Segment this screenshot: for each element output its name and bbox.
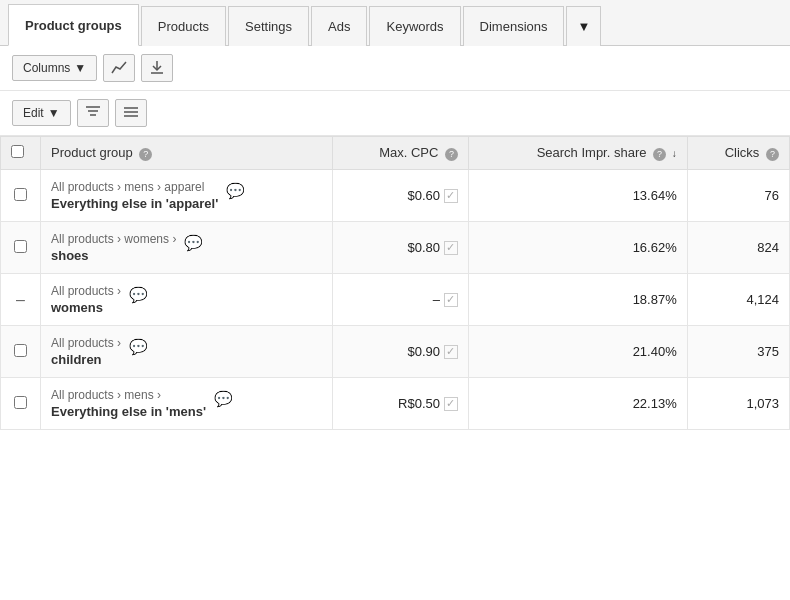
download-icon <box>150 60 164 77</box>
row-checkbox[interactable] <box>14 240 27 253</box>
row-select-cell <box>1 326 41 378</box>
comment-icon[interactable]: 💬 <box>214 390 233 408</box>
chevron-down-icon: ▼ <box>577 19 590 34</box>
row-select-cell <box>1 170 41 222</box>
cpc-edit-icon[interactable]: ✓ <box>444 397 458 411</box>
tab-settings[interactable]: Settings <box>228 6 309 46</box>
tab-keywords[interactable]: Keywords <box>369 6 460 46</box>
max-cpc-help-icon[interactable]: ? <box>445 148 458 161</box>
product-name: womens <box>51 300 121 315</box>
product-group-header: Product group ? <box>41 137 333 170</box>
clicks-help-icon[interactable]: ? <box>766 148 779 161</box>
product-name: Everything else in 'mens' <box>51 404 206 419</box>
cpc-value: – <box>433 292 440 307</box>
search-impr-help-icon[interactable]: ? <box>653 148 666 161</box>
columns-button[interactable]: Columns ▼ <box>12 55 97 81</box>
row-checkbox[interactable] <box>14 188 27 201</box>
search-impr-share-cell: 22.13% <box>468 378 687 430</box>
clicks-header: Clicks ? <box>687 137 789 170</box>
row-select-cell <box>1 378 41 430</box>
comment-icon[interactable]: 💬 <box>129 286 148 304</box>
cpc-edit-icon[interactable]: ✓ <box>444 241 458 255</box>
cpc-value: R$0.50 <box>398 396 440 411</box>
chart-button[interactable] <box>103 54 135 82</box>
clicks-cell: 4,124 <box>687 274 789 326</box>
list-icon <box>123 105 139 122</box>
filter-icon-btn[interactable] <box>77 99 109 127</box>
table-row: All products ›children💬$0.90✓21.40%375 <box>1 326 790 378</box>
max-cpc-cell: $0.80✓ <box>333 222 469 274</box>
comment-icon[interactable]: 💬 <box>226 182 245 200</box>
chevron-down-icon: ▼ <box>74 61 86 75</box>
clicks-cell: 824 <box>687 222 789 274</box>
chevron-down-icon: ▼ <box>48 106 60 120</box>
product-group-cell: All products › mens ›Everything else in … <box>41 378 333 430</box>
tab-products[interactable]: Products <box>141 6 226 46</box>
search-impr-share-cell: 18.87% <box>468 274 687 326</box>
toolbar-row-1: Columns ▼ <box>0 46 790 91</box>
product-path: All products › <box>51 336 121 350</box>
sort-arrow-icon: ↓ <box>672 148 677 159</box>
cpc-value: $0.60 <box>407 188 440 203</box>
tab-product-groups[interactable]: Product groups <box>8 4 139 46</box>
max-cpc-header: Max. CPC ? <box>333 137 469 170</box>
product-group-cell: All products › womens ›shoes💬 <box>41 222 333 274</box>
table-row: All products › mens › apparelEverything … <box>1 170 790 222</box>
cpc-value: $0.90 <box>407 344 440 359</box>
cpc-edit-icon[interactable]: ✓ <box>444 189 458 203</box>
max-cpc-cell: –✓ <box>333 274 469 326</box>
row-dash: – <box>1 274 41 326</box>
tab-more-button[interactable]: ▼ <box>566 6 601 46</box>
tab-bar: Product groups Products Settings Ads Key… <box>0 0 790 46</box>
product-group-help-icon[interactable]: ? <box>139 148 152 161</box>
toolbar-row-2: Edit ▼ <box>0 91 790 136</box>
product-path: All products › womens › <box>51 232 176 246</box>
clicks-cell: 375 <box>687 326 789 378</box>
search-impr-share-header[interactable]: Search Impr. share ? ↓ <box>468 137 687 170</box>
product-group-cell: All products ›children💬 <box>41 326 333 378</box>
select-all-header[interactable] <box>1 137 41 170</box>
max-cpc-cell: $0.90✓ <box>333 326 469 378</box>
product-path: All products › mens › <box>51 388 206 402</box>
tab-ads[interactable]: Ads <box>311 6 367 46</box>
comment-icon[interactable]: 💬 <box>129 338 148 356</box>
download-button[interactable] <box>141 54 173 82</box>
product-path: All products › <box>51 284 121 298</box>
product-path: All products › mens › apparel <box>51 180 218 194</box>
comment-icon[interactable]: 💬 <box>184 234 203 252</box>
table-row: All products › mens ›Everything else in … <box>1 378 790 430</box>
search-impr-share-cell: 13.64% <box>468 170 687 222</box>
row-select-cell <box>1 222 41 274</box>
chart-icon <box>111 60 127 77</box>
max-cpc-cell: R$0.50✓ <box>333 378 469 430</box>
product-group-cell: All products › mens › apparelEverything … <box>41 170 333 222</box>
filter-icon <box>85 105 101 122</box>
table-row: –All products ›womens💬–✓18.87%4,124 <box>1 274 790 326</box>
tab-dimensions[interactable]: Dimensions <box>463 6 565 46</box>
cpc-edit-icon[interactable]: ✓ <box>444 345 458 359</box>
cpc-value: $0.80 <box>407 240 440 255</box>
search-impr-share-cell: 16.62% <box>468 222 687 274</box>
row-checkbox[interactable] <box>14 344 27 357</box>
product-name: children <box>51 352 121 367</box>
cpc-edit-icon[interactable]: ✓ <box>444 293 458 307</box>
search-impr-share-cell: 21.40% <box>468 326 687 378</box>
list-icon-btn[interactable] <box>115 99 147 127</box>
clicks-cell: 1,073 <box>687 378 789 430</box>
max-cpc-cell: $0.60✓ <box>333 170 469 222</box>
row-checkbox[interactable] <box>14 396 27 409</box>
product-group-cell: All products ›womens💬 <box>41 274 333 326</box>
clicks-cell: 76 <box>687 170 789 222</box>
edit-button[interactable]: Edit ▼ <box>12 100 71 126</box>
table-row: All products › womens ›shoes💬$0.80✓16.62… <box>1 222 790 274</box>
product-name: Everything else in 'apparel' <box>51 196 218 211</box>
product-groups-table: Product group ? Max. CPC ? Search Impr. … <box>0 136 790 430</box>
select-all-checkbox[interactable] <box>11 145 24 158</box>
product-name: shoes <box>51 248 176 263</box>
